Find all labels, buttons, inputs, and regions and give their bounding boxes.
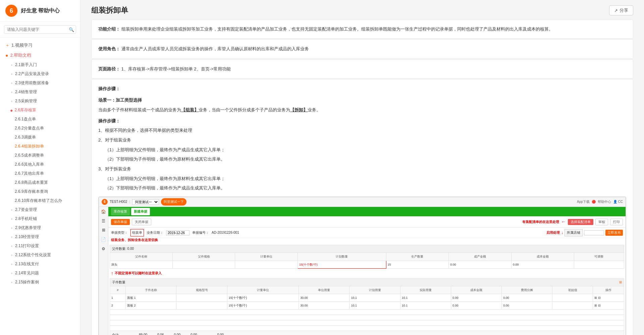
sidebar-item-sales[interactable]: ＋ 2.4销售管理 bbox=[0, 88, 80, 97]
screenshot-left-sidebar: 🏠 ☰ ⊞ 📄 ⚙ bbox=[99, 207, 108, 335]
sidebar-item-otherinbound[interactable]: 2.6.6其他入库单 bbox=[15, 160, 80, 169]
path-block: 页面路径： 1、库存核算->库存管理->组装拆卸单 2、首页->常用功能 bbox=[91, 59, 633, 78]
content-area: 功能介绍： 组装拆卸单用来处理企业组装或拆卸等加工业务，支持有固定装配清单的产品… bbox=[80, 19, 644, 335]
sidebar-item-finance[interactable]: ＋ 2.7资金管理 bbox=[0, 205, 80, 214]
screenshot-th-parentname: 父件名称 bbox=[110, 253, 173, 261]
screenshot-lower-r2-actualuse: 10.1 bbox=[400, 302, 451, 310]
sidebar-item-install[interactable]: ＋ 2.2产品安装及登录 bbox=[0, 69, 80, 78]
expand-icon: ＋ bbox=[5, 43, 9, 48]
screenshot-lower-row1: 1 面板 1 15(十个数/个) 30.00 10.1 10.1 0.00 bbox=[110, 294, 624, 302]
sub-plus-icon: ＋ bbox=[10, 81, 13, 86]
sidebar-item-partialtake[interactable]: 2.6.2分量盘点单 bbox=[15, 124, 80, 133]
search-button[interactable]: 🔍 bbox=[69, 27, 74, 32]
screenshot-docno-value: AD-20191226-001 bbox=[212, 230, 239, 236]
share-label: 分享 bbox=[620, 7, 628, 13]
search-input[interactable] bbox=[4, 25, 76, 34]
sidebar-item-ledger[interactable]: 2.6.9库存账本查询 bbox=[15, 187, 80, 196]
screenshot-lth-distribute: 费用分摊 bbox=[502, 286, 552, 294]
screenshot-arrow1: ← bbox=[561, 218, 566, 226]
screenshot-main: 库存核算 新建单据 保存单据 关闭单据 有装配清单的在这里处理 ← bbox=[108, 207, 626, 335]
screenshot-th-prodqty: 生产数量 bbox=[386, 253, 449, 261]
screenshot-bomlist-btn[interactable]: 选择装配清单 bbox=[568, 219, 593, 225]
screenshot-confirm-btn[interactable]: 立即发布 bbox=[605, 230, 623, 236]
screenshot-dept-input[interactable] bbox=[584, 230, 604, 235]
screenshot-close-btn[interactable]: 关闭单据 bbox=[132, 219, 151, 225]
screenshot-print-btn[interactable]: 打印 bbox=[610, 219, 623, 225]
screenshot-logo: 6 bbox=[102, 199, 108, 205]
sidebar-item-costadjust[interactable]: 2.6.5成本调整单 bbox=[15, 151, 80, 160]
path-label: 页面路径： bbox=[98, 66, 120, 71]
screenshot-th-parentspec: 父件规格 bbox=[172, 253, 235, 261]
screenshot-lower-r1-costamt: 0.00 bbox=[451, 294, 501, 302]
sidebar-item-stocktake[interactable]: 2.6.1盘点单 bbox=[15, 115, 80, 124]
share-button[interactable]: ↗ 分享 bbox=[609, 5, 633, 15]
sidebar-item-purchase[interactable]: ＋ 2.5采购管理 bbox=[0, 97, 80, 106]
sidebar-item-inventory[interactable]: ● 2.6库存核算 bbox=[0, 106, 80, 115]
screenshot-upper-cell-spec bbox=[172, 261, 235, 268]
screenshot-th-unit: 计量单位 bbox=[235, 253, 298, 261]
sidebar-item-helpdoc[interactable]: ● 2.帮助文档 bbox=[0, 50, 80, 60]
sidebar-item-payment[interactable]: ＋ 2.13在线支付 bbox=[0, 260, 80, 269]
sidebar-item-cases[interactable]: ＋ 2.15操作案例 bbox=[0, 278, 80, 287]
sidebar-item-transfer[interactable]: 2.6.3调拨单 bbox=[15, 133, 80, 142]
function-intro-text: 组装拆卸单用来处理企业组装或拆卸等加工业务，支持有固定装配清单的产品加工业务，也… bbox=[121, 26, 553, 32]
sidebar-icon-list: ☰ bbox=[102, 218, 105, 225]
app-logo: 6 bbox=[5, 5, 17, 17]
sidebar-item-mobile[interactable]: ＋ 2.8手机旺铺 bbox=[0, 214, 80, 223]
sidebar-item-print[interactable]: ＋ 2.11打印设置 bbox=[0, 241, 80, 250]
sidebar-item-ledgererror[interactable]: 2.6.10库存账本错了怎么办 bbox=[15, 196, 80, 205]
sidebar: 6 好生意 帮助中心 🔍 ＋ 1.视频学习 ● 2.帮助文档 ＋ 2.1新手入门… bbox=[0, 0, 80, 335]
screenshot-upper-table: 父件名称 父件规格 计量单位 计划数量 生产数量 成产金额 成本金额 可调整 bbox=[110, 253, 624, 268]
screenshot-lth-planuse: 计划用量 bbox=[350, 286, 400, 294]
screenshot-docno-label: 单据编号： bbox=[192, 230, 209, 236]
nav-sub-helpdoc: ＋ 2.1新手入门 ＋ 2.2产品安装及登录 ＋ 2.3使用前数据准备 ＋ 2.… bbox=[0, 60, 80, 287]
sidebar-icon-doc: 📄 bbox=[101, 236, 106, 243]
sidebar-item-dataprep[interactable]: ＋ 2.3使用前数据准备 bbox=[0, 78, 80, 88]
screenshot-upper-section-header: 父件数量: 0.00 bbox=[110, 245, 624, 253]
screenshot-dept-value: 所属店铺 bbox=[565, 229, 583, 236]
sidebar-item-faq[interactable]: ＋ 2.14常见问题 bbox=[0, 269, 80, 278]
screenshot-type-value-boxed: 组装单 bbox=[130, 229, 144, 236]
screenshot-icon-row: App下载 🔴 帮助中心 👤 CC bbox=[577, 199, 623, 205]
sub-plus-icon: ＋ bbox=[10, 99, 13, 104]
sidebar-item-otheroutbound[interactable]: 2.6.7其他出库单 bbox=[15, 169, 80, 178]
step1-text: 1、根据不同的业务，选择不同单据的类型来处理 bbox=[98, 126, 626, 135]
role-block: 使用角色： 通常由生产人员或库管人员完成拆装业务的操作，库管人员确认原材料的出库… bbox=[91, 39, 633, 58]
function-intro-block: 功能介绍： 组装拆卸单用来处理企业组装或拆卸等加工业务，支持有固定装配清单的产品… bbox=[91, 19, 633, 39]
sidebar-item-ops[interactable]: ＋ 2.10经营管理 bbox=[0, 232, 80, 241]
sub-plus-icon: ＋ bbox=[10, 72, 13, 76]
sidebar-item-video[interactable]: ＋ 1.视频学习 bbox=[0, 40, 80, 50]
screenshot-lower-r1-init bbox=[552, 294, 593, 302]
annotation-spacer bbox=[108, 238, 626, 245]
screenshot-tab-new[interactable]: 新建单据 bbox=[131, 208, 150, 215]
screenshot-lower-row3 bbox=[110, 310, 624, 315]
screenshot-lower-row5 bbox=[110, 320, 624, 326]
sub-plus-icon: ＋ bbox=[10, 63, 13, 67]
screenshot-lower-r1-spec bbox=[176, 294, 227, 302]
sidebar-item-beginner[interactable]: ＋ 2.1新手入门 bbox=[0, 60, 80, 69]
share-icon: ↗ bbox=[614, 8, 618, 13]
page-title: 组装拆卸单 bbox=[91, 5, 128, 15]
screenshot-lth-spec: 规格型号 bbox=[176, 286, 227, 294]
screenshot-enable-area: 启用处理 ↓ 所属店铺 立即发布 bbox=[546, 229, 623, 236]
screenshot-upper-cell-name: 床头 bbox=[110, 261, 173, 268]
screenshot-table-footer: 合计 89.00 0.06 0.00 0.00 0.00 bbox=[110, 331, 624, 335]
sidebar-item-costreset[interactable]: 2.6.8商品成本重算 bbox=[15, 178, 80, 187]
screenshot-date-input[interactable] bbox=[166, 230, 190, 235]
logo-area: 6 好生意 帮助中心 bbox=[0, 0, 80, 22]
screenshot-th-adj: 可调整 bbox=[574, 253, 624, 261]
steps-block: 操作步骤： 场景一：加工类型选择 当由多个子件材料组装成一个成品的业务为【组装】… bbox=[91, 79, 633, 335]
screenshot-company-select[interactable]: 阿里测试一下 bbox=[132, 199, 159, 205]
sidebar-item-coupon[interactable]: ＋ 2.9优惠券管理 bbox=[0, 223, 80, 232]
screenshot-save-btn[interactable]: 保存单据 bbox=[111, 219, 130, 225]
screenshot-th-costamt: 成本金额 bbox=[511, 253, 574, 261]
function-intro-label: 功能介绍： bbox=[98, 26, 120, 32]
screenshot-approve-btn[interactable]: 审核 bbox=[595, 219, 608, 225]
sidebar-item-assembly[interactable]: 2.6.4组装拆卸单 bbox=[15, 142, 80, 151]
screenshot-lower-expand-icon[interactable]: ⊞ bbox=[619, 279, 622, 285]
sidebar-item-sysconfig[interactable]: ＋ 2.12系统个性化设置 bbox=[0, 250, 80, 260]
screenshot-lower-r2-op: ⊞ ⊟ bbox=[593, 302, 624, 310]
screenshot-tab-inventory[interactable]: 库存核算 bbox=[111, 208, 130, 215]
screenshot-footer-v7: 0.00 bbox=[217, 332, 223, 335]
screenshot-upper-cell-prodamt: 0.00 bbox=[449, 261, 512, 268]
